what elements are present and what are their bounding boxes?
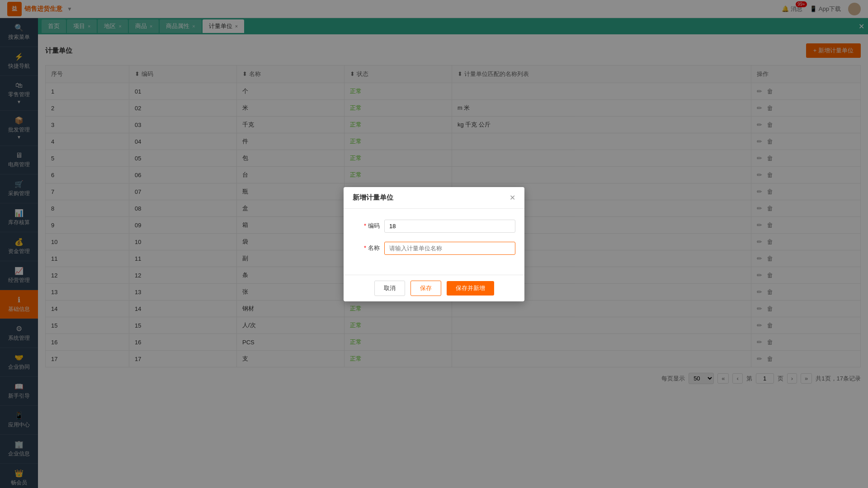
modal-close-btn[interactable]: ✕ [509, 193, 515, 202]
form-item-code: 编码 [353, 220, 515, 233]
modal-footer: 取消 保存 保存并新增 [344, 275, 524, 301]
form-item-name: 名称 [353, 242, 515, 255]
modal-title: 新增计量单位 [353, 193, 393, 202]
modal-header: 新增计量单位 ✕ [344, 187, 524, 209]
code-label: 编码 [353, 222, 380, 230]
modal-body: 编码 名称 [344, 209, 524, 275]
cancel-button[interactable]: 取消 [374, 281, 405, 296]
code-input[interactable] [384, 220, 515, 233]
modal-add-unit: 新增计量单位 ✕ 编码 名称 取消 保存 保存并新增 [344, 187, 524, 301]
save-button[interactable]: 保存 [410, 281, 441, 296]
name-label: 名称 [353, 244, 380, 252]
name-input[interactable] [384, 242, 515, 255]
modal-overlay[interactable]: 新增计量单位 ✕ 编码 名称 取消 保存 保存并新增 [0, 0, 868, 488]
save-new-button[interactable]: 保存并新增 [447, 281, 494, 296]
